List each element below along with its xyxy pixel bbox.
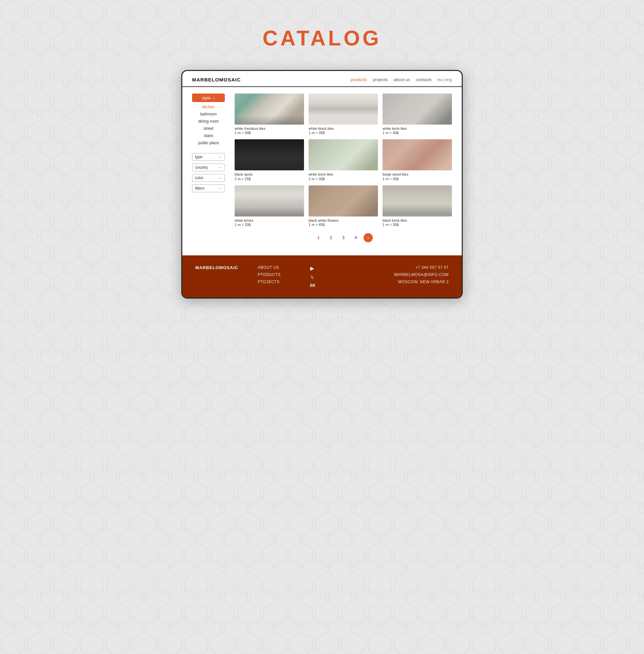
site-content: style ↓ kitchen bathroom dining room str…	[182, 87, 462, 256]
filters-label: filters	[195, 186, 205, 191]
nav-products[interactable]: products	[350, 77, 367, 82]
youtube-icon[interactable]: ▶	[310, 265, 316, 271]
nav-contacts[interactable]: contacts	[416, 77, 432, 82]
product-image-5	[383, 139, 452, 170]
type-label: type	[195, 155, 203, 159]
product-title-4: white brick tiles	[308, 172, 378, 176]
product-card-3[interactable]: black spots1 m = 25$	[235, 139, 304, 180]
product-price-8: 1 m = 35$	[383, 223, 452, 226]
footer-contact: +7 344 567 57 57 MARBELMOSA@INFO.COM MOS…	[394, 265, 448, 284]
sidebar-item-public-place[interactable]: public place	[192, 139, 225, 146]
product-title-5: beige wood tiles	[383, 172, 452, 176]
product-card-6[interactable]: white bricks1 m = 20$	[235, 186, 304, 226]
product-price-6: 1 m = 20$	[235, 223, 304, 226]
site-header: MARBELOMOSAIC products projects about us…	[182, 71, 462, 87]
site-footer: MARBELOMOSAIC ABOUT US PTODUCTS PTOJECTS…	[182, 256, 462, 297]
site-nav: products projects about us contacts ru |…	[350, 77, 452, 82]
product-card-2[interactable]: white brick tiles1 m = 40$	[383, 94, 452, 135]
product-title-3: black spots	[235, 172, 304, 176]
page-1[interactable]: 1	[314, 233, 323, 242]
type-arrow-icon: →	[218, 155, 222, 159]
product-image-2	[383, 94, 452, 125]
product-image-6	[235, 186, 304, 216]
lang-ru[interactable]: ru	[438, 77, 441, 82]
style-items-list: kitchen bathroom dining room street stai…	[192, 103, 225, 146]
color-label: color	[195, 176, 204, 180]
style-filter-button[interactable]: style ↓	[192, 94, 225, 102]
product-card-1[interactable]: white block tiles1 m = 35$	[308, 94, 378, 135]
nav-lang: ru | eng	[438, 77, 452, 82]
country-arrow-icon: →	[218, 165, 222, 170]
sidebar: style ↓ kitchen bathroom dining room str…	[192, 94, 225, 246]
product-price-1: 1 m = 35$	[308, 131, 378, 135]
product-card-4[interactable]: white brick tiles1 m = 30$	[308, 139, 378, 180]
product-image-4	[308, 139, 378, 170]
product-card-0[interactable]: white rhombus tiles1 m = 30$	[235, 94, 304, 135]
product-title-1: white block tiles	[308, 126, 378, 131]
product-image-7	[308, 186, 378, 216]
product-card-7[interactable]: black white flowers1 m = 45$	[308, 186, 378, 226]
product-title-2: white brick tiles	[383, 126, 452, 131]
product-title-8: black brick tiles	[383, 218, 452, 223]
nav-about[interactable]: about us	[394, 77, 410, 82]
page-4[interactable]: 4	[351, 233, 360, 242]
device-frame: MARBELOMOSAIC products projects about us…	[181, 70, 463, 298]
arrow-down-icon: ↓	[213, 95, 215, 100]
footer-projects[interactable]: PTOJECTS	[258, 280, 281, 284]
color-arrow-icon: →	[218, 176, 222, 180]
country-filter[interactable]: country →	[192, 164, 225, 171]
twitter-icon[interactable]: 𝕏	[310, 275, 316, 280]
sidebar-item-street[interactable]: street	[192, 125, 225, 132]
sidebar-item-kitchen[interactable]: kitchen	[192, 103, 225, 111]
product-title-7: black white flowers	[308, 218, 378, 223]
product-card-5[interactable]: beige wood tiles1 m = 35$	[383, 139, 452, 180]
product-price-2: 1 m = 40$	[383, 131, 452, 135]
product-title-6: white bricks	[235, 218, 304, 223]
page-title: CATALOG	[263, 26, 382, 50]
product-grid: white rhombus tiles1 m = 30$white block …	[235, 94, 452, 226]
product-price-7: 1 m = 45$	[308, 223, 378, 226]
footer-phone: +7 344 567 57 57	[394, 265, 448, 270]
vk-icon[interactable]: ВК	[310, 283, 316, 288]
sidebar-item-stairs[interactable]: stairs	[192, 132, 225, 139]
product-price-5: 1 m = 35$	[383, 177, 452, 181]
footer-links: ABOUT US PTODUCTS PTOJECTS	[258, 265, 281, 284]
filters-arrow-icon: →	[218, 186, 222, 191]
type-filter[interactable]: type →	[192, 153, 225, 161]
product-image-8	[383, 186, 452, 216]
sidebar-item-dining-room[interactable]: dining room	[192, 118, 225, 125]
page-next-button[interactable]: ›	[364, 233, 373, 242]
page-3[interactable]: 3	[339, 233, 348, 242]
color-filter[interactable]: color →	[192, 174, 225, 182]
product-price-0: 1 m = 30$	[235, 131, 304, 135]
style-label: style	[202, 96, 211, 100]
product-price-3: 1 m = 25$	[235, 177, 304, 181]
pagination: 1 2 3 4 ›	[235, 233, 452, 246]
site-logo: MARBELOMOSAIC	[192, 77, 241, 82]
footer-email: MARBELMOSA@INFO.COM	[394, 272, 448, 277]
product-card-8[interactable]: black brick tiles1 m = 35$	[383, 186, 452, 226]
product-price-4: 1 m = 30$	[308, 177, 378, 181]
footer-social: ▶ 𝕏 ВК	[310, 265, 316, 288]
footer-address: MOSCOW, NEW ARBAR 2	[394, 280, 448, 284]
filters-filter[interactable]: filters →	[192, 185, 225, 192]
footer-about[interactable]: ABOUT US	[258, 265, 281, 270]
country-label: country	[195, 165, 208, 170]
footer-products[interactable]: PTODUCTS	[258, 272, 281, 277]
footer-logo: MARBELOMOSAIC	[196, 265, 238, 270]
lang-eng[interactable]: eng	[445, 77, 452, 82]
product-grid-area: white rhombus tiles1 m = 30$white block …	[235, 94, 452, 246]
product-image-0	[235, 94, 304, 125]
nav-projects[interactable]: projects	[373, 77, 388, 82]
product-image-1	[308, 94, 378, 125]
product-image-3	[235, 139, 304, 170]
product-title-0: white rhombus tiles	[235, 126, 304, 131]
sidebar-item-bathroom[interactable]: bathroom	[192, 111, 225, 118]
page-2[interactable]: 2	[326, 233, 336, 242]
